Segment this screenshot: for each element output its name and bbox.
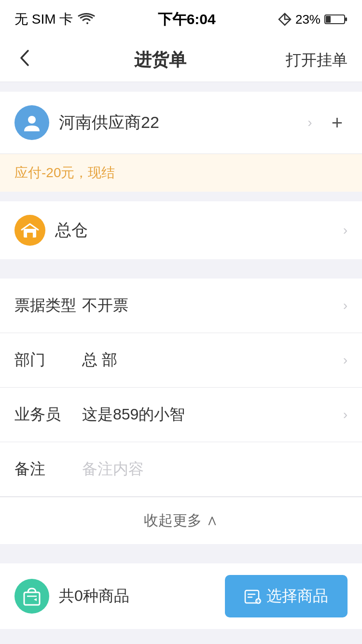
select-product-icon (244, 588, 262, 605)
warehouse-building-icon (21, 221, 39, 239)
collapse-section: 收起更多 ∧ (0, 497, 362, 544)
supplier-chevron-icon: › (307, 115, 312, 130)
svg-rect-6 (24, 592, 40, 605)
form-section: 票据类型 不开票 › 部门 总 部 › 业务员 这是859的小智 › 备注 备注… (0, 279, 362, 544)
shopping-bag-icon (21, 586, 42, 607)
notice-text: 应付-20元，现结 (14, 165, 115, 180)
page-fill (0, 629, 362, 644)
salesperson-value: 这是859的小智 (82, 404, 343, 425)
status-bar: 无 SIM 卡 下午6:04 23% (0, 0, 362, 39)
bottom-bar: 共0种商品 选择商品 (0, 563, 362, 629)
page-title: 进货单 (134, 48, 186, 72)
invoice-type-row[interactable]: 票据类型 不开票 › (0, 279, 362, 333)
svg-point-3 (28, 116, 36, 124)
supplier-name: 河南供应商22 (59, 112, 307, 134)
warehouse-name: 总仓 (55, 219, 343, 241)
user-icon (21, 112, 42, 133)
collapse-button[interactable]: 收起更多 ∧ (144, 512, 218, 528)
department-row[interactable]: 部门 总 部 › (0, 333, 362, 388)
svg-rect-2 (326, 16, 331, 23)
section-gap-1 (0, 82, 362, 92)
remark-label: 备注 (14, 459, 82, 480)
location-icon (278, 13, 292, 26)
select-product-label: 选择商品 (266, 586, 328, 607)
warehouse-chevron-icon: › (343, 223, 348, 238)
supplier-row[interactable]: 河南供应商22 › + (0, 92, 362, 154)
battery-icon (324, 14, 348, 25)
nav-bar: 进货单 打开挂单 (0, 39, 362, 82)
department-chevron-icon: › (343, 352, 348, 368)
select-product-button[interactable]: 选择商品 (225, 575, 348, 617)
section-gap-3 (0, 259, 362, 269)
invoice-type-label: 票据类型 (14, 295, 82, 316)
status-left: 无 SIM 卡 (14, 10, 95, 28)
notice-bar: 应付-20元，现结 (0, 154, 362, 192)
salesperson-row[interactable]: 业务员 这是859的小智 › (0, 388, 362, 442)
sim-wifi-label: 无 SIM 卡 (14, 10, 73, 28)
add-supplier-icon[interactable]: + (327, 112, 348, 134)
battery-label: 23% (295, 12, 320, 27)
department-label: 部门 (14, 350, 82, 371)
remark-placeholder: 备注内容 (82, 459, 348, 480)
section-gap-2 (0, 192, 362, 201)
status-right: 23% (278, 12, 348, 27)
status-time: 下午6:04 (158, 10, 216, 29)
salesperson-label: 业务员 (14, 404, 82, 425)
supplier-avatar (14, 105, 49, 140)
product-icon-wrap (14, 579, 49, 614)
warehouse-icon-wrap (14, 215, 45, 246)
remark-row[interactable]: 备注 备注内容 (0, 442, 362, 497)
product-count-label: 共0种商品 (59, 586, 215, 607)
warehouse-row[interactable]: 总仓 › (0, 201, 362, 259)
invoice-type-value: 不开票 (82, 295, 343, 316)
open-pending-button[interactable]: 打开挂单 (286, 50, 348, 71)
svg-rect-5 (27, 233, 33, 238)
section-gap-4 (0, 544, 362, 554)
supplier-section: 河南供应商22 › + 应付-20元，现结 (0, 92, 362, 192)
invoice-type-chevron-icon: › (343, 298, 348, 313)
back-button[interactable] (14, 44, 35, 76)
warehouse-section: 总仓 › (0, 201, 362, 259)
salesperson-chevron-icon: › (343, 407, 348, 422)
wifi-icon (78, 13, 95, 26)
department-value: 总 部 (82, 350, 343, 371)
svg-rect-1 (345, 17, 347, 21)
